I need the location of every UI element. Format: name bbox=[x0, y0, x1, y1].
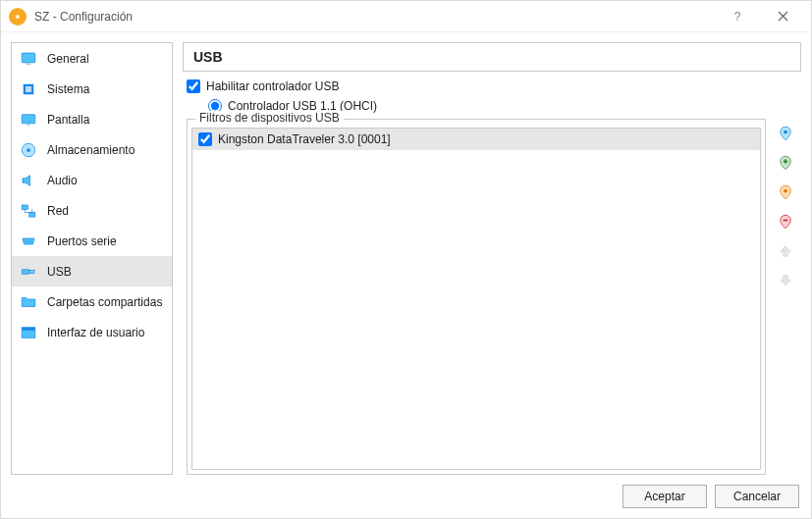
svg-rect-18 bbox=[22, 327, 35, 330]
add-empty-filter-icon[interactable] bbox=[775, 123, 796, 144]
chip-icon bbox=[20, 80, 37, 98]
device-filter-list[interactable]: Kingston DataTraveler 3.0 [0001] bbox=[191, 128, 761, 470]
svg-point-1 bbox=[16, 15, 20, 19]
app-icon bbox=[9, 8, 27, 26]
help-button[interactable]: ? bbox=[715, 1, 760, 32]
fieldset-legend: Filtros de dispositivos USB bbox=[195, 111, 344, 125]
svg-rect-15 bbox=[22, 269, 29, 274]
ok-button-label: Aceptar bbox=[644, 490, 684, 503]
monitor-icon bbox=[20, 50, 37, 68]
sidebar-item-network[interactable]: Red bbox=[12, 195, 172, 226]
svg-point-9 bbox=[27, 148, 30, 152]
sidebar-item-label: Carpetas compartidas bbox=[47, 295, 162, 309]
enable-usb-checkbox[interactable] bbox=[187, 79, 200, 93]
svg-rect-2 bbox=[22, 53, 35, 63]
svg-point-19 bbox=[784, 130, 787, 134]
remove-filter-icon[interactable] bbox=[775, 211, 796, 233]
close-button[interactable] bbox=[760, 1, 805, 32]
svg-point-14 bbox=[30, 240, 32, 242]
sidebar-item-label: Audio bbox=[47, 174, 78, 187]
disk-icon bbox=[20, 141, 37, 159]
device-filter-label: Kingston DataTraveler 3.0 [0001] bbox=[218, 132, 391, 146]
sidebar-item-label: Red bbox=[47, 204, 69, 218]
sidebar-item-storage[interactable]: Almacenamiento bbox=[12, 134, 172, 165]
svg-rect-10 bbox=[22, 205, 27, 210]
ui-icon bbox=[20, 324, 37, 341]
folder-icon bbox=[20, 293, 37, 311]
sidebar-item-shared-folders[interactable]: Carpetas compartidas bbox=[12, 286, 172, 317]
svg-point-20 bbox=[784, 189, 787, 193]
main-heading: USB bbox=[183, 42, 801, 72]
sidebar-item-label: Interfaz de usuario bbox=[47, 326, 144, 339]
svg-rect-3 bbox=[27, 63, 31, 65]
speaker-icon bbox=[20, 172, 37, 189]
display-icon bbox=[20, 111, 37, 129]
device-filter-row[interactable]: Kingston DataTraveler 3.0 [0001] bbox=[192, 129, 760, 150]
svg-rect-11 bbox=[29, 212, 35, 217]
sidebar-item-general[interactable]: General bbox=[12, 43, 172, 74]
svg-point-13 bbox=[27, 240, 29, 242]
svg-rect-7 bbox=[27, 124, 30, 126]
sidebar-item-display[interactable]: Pantalla bbox=[12, 104, 172, 134]
title-bar: SZ - Configuración ? bbox=[1, 1, 811, 32]
filter-toolbar bbox=[772, 119, 799, 475]
cancel-button[interactable]: Cancelar bbox=[715, 485, 799, 508]
network-icon bbox=[20, 202, 37, 220]
sidebar-item-usb[interactable]: USB bbox=[12, 256, 172, 286]
move-up-icon bbox=[775, 240, 796, 262]
edit-filter-icon[interactable] bbox=[775, 182, 796, 203]
ok-button[interactable]: Aceptar bbox=[623, 485, 707, 508]
sidebar-item-label: USB bbox=[47, 265, 72, 279]
sidebar-item-label: Pantalla bbox=[47, 113, 89, 127]
sidebar-item-serial[interactable]: Puertos serie bbox=[12, 226, 172, 256]
device-filter-checkbox[interactable] bbox=[198, 132, 212, 146]
usb-icon bbox=[20, 263, 37, 281]
sidebar-item-label: Almacenamiento bbox=[47, 143, 135, 157]
sidebar: General Sistema Pantalla Almacenamiento … bbox=[11, 42, 173, 475]
add-from-device-icon[interactable] bbox=[775, 152, 796, 174]
window-title: SZ - Configuración bbox=[34, 10, 133, 24]
svg-point-12 bbox=[26, 240, 27, 242]
device-filters-fieldset: Filtros de dispositivos USB Kingston Dat… bbox=[187, 119, 766, 475]
sidebar-item-ui[interactable]: Interfaz de usuario bbox=[12, 317, 172, 347]
sidebar-item-audio[interactable]: Audio bbox=[12, 165, 172, 195]
sidebar-item-system[interactable]: Sistema bbox=[12, 74, 172, 104]
svg-rect-5 bbox=[26, 86, 31, 92]
main-panel: USB Habilitar controlador USB Controlado… bbox=[183, 42, 801, 475]
move-down-icon bbox=[775, 270, 796, 291]
cancel-button-label: Cancelar bbox=[733, 490, 781, 503]
sidebar-item-label: Sistema bbox=[47, 82, 89, 96]
enable-usb-label: Habilitar controlador USB bbox=[206, 79, 339, 93]
svg-rect-16 bbox=[29, 270, 34, 273]
sidebar-item-label: General bbox=[47, 52, 89, 66]
enable-usb-row[interactable]: Habilitar controlador USB bbox=[187, 79, 799, 93]
serial-port-icon bbox=[20, 233, 37, 250]
svg-rect-6 bbox=[22, 114, 35, 123]
dialog-footer: Aceptar Cancelar bbox=[1, 475, 811, 518]
sidebar-item-label: Puertos serie bbox=[47, 234, 117, 248]
